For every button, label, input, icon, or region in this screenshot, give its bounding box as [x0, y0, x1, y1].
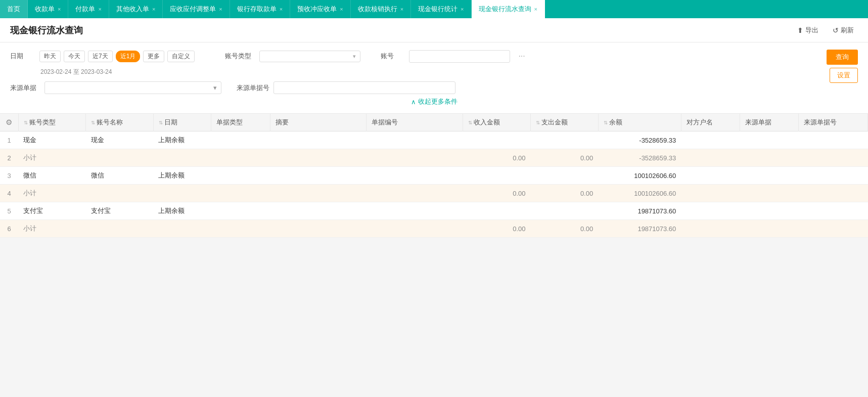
close-icon[interactable]: ×	[461, 6, 464, 12]
doc-number-cell	[367, 202, 463, 220]
account-name-cell	[86, 149, 154, 167]
source-doc-select[interactable]: ▾	[44, 81, 221, 94]
th-income[interactable]: ⇅收入金额	[463, 114, 531, 131]
source-num-cell	[799, 131, 868, 149]
th-date[interactable]: ⇅日期	[153, 114, 211, 131]
th-counterparty: 对方户名	[681, 114, 740, 131]
expense-cell	[531, 167, 599, 185]
income-cell	[463, 167, 531, 185]
account-type-cell: 现金	[18, 131, 86, 149]
expense-cell: 0.00	[531, 185, 599, 202]
close-icon[interactable]: ×	[152, 6, 155, 12]
counterparty-cell	[681, 202, 740, 220]
close-icon[interactable]: ×	[340, 6, 343, 12]
account-input[interactable]	[409, 50, 510, 63]
expense-cell: 0.00	[531, 149, 599, 167]
nav-shoukuan[interactable]: 收款单 ×	[28, 0, 68, 18]
balance-cell: 100102606.60	[598, 167, 681, 185]
th-settings[interactable]: ⚙	[0, 114, 18, 131]
source-num-cell	[799, 149, 868, 167]
chevron-down-icon: ▾	[353, 53, 356, 60]
source-num-cell	[799, 167, 868, 185]
source-doc-label: 来源单据	[10, 83, 40, 93]
expense-cell	[531, 131, 599, 149]
doc-number-cell	[367, 220, 463, 238]
source-doc-cell	[740, 167, 798, 185]
export-button[interactable]: ⬆ 导出	[793, 24, 823, 37]
source-num-cell	[799, 185, 868, 202]
source-num-input[interactable]	[273, 81, 455, 94]
date-cell: 上期余额	[153, 202, 211, 220]
account-name-cell: 微信	[86, 167, 154, 185]
collapse-bar[interactable]: ∧ 收起更多条件	[10, 94, 858, 108]
nav-bank-stats[interactable]: 现金银行统计 ×	[411, 0, 471, 18]
nav-prepay[interactable]: 预收冲应收单 ×	[290, 0, 350, 18]
balance-cell: 19871073.60	[598, 220, 681, 238]
account-type-cell: 小计	[18, 149, 86, 167]
counterparty-cell	[681, 185, 740, 202]
th-doc-number: 单据编号	[367, 114, 463, 131]
expense-cell	[531, 202, 599, 220]
collapse-icon: ∧	[411, 98, 416, 106]
balance-cell: -3528659.33	[598, 149, 681, 167]
table-row: 2小计0.000.00-3528659.33	[0, 149, 868, 167]
doc-type-cell	[211, 220, 270, 238]
right-buttons: 查询 设置	[821, 50, 858, 83]
account-dots-button[interactable]: ···	[514, 50, 529, 63]
date-cell	[153, 185, 211, 202]
summary-cell	[270, 202, 367, 220]
income-cell: 0.00	[463, 220, 531, 238]
th-account-name[interactable]: ⇅账号名称	[86, 114, 154, 131]
query-button[interactable]: 查询	[827, 50, 858, 65]
date-cell: 上期余额	[153, 167, 211, 185]
nav-fukuan[interactable]: 付款单 ×	[68, 0, 109, 18]
nav-home[interactable]: 首页	[0, 0, 28, 18]
filter-area: 日期 昨天 今天 近7天 近1月 更多 自定义 账号类型 ▾	[0, 42, 868, 114]
table-row: 4小计0.000.00100102606.60	[0, 185, 868, 202]
date-btn-custom[interactable]: 自定义	[167, 51, 195, 62]
income-cell: 0.00	[463, 149, 531, 167]
account-type-label: 账号类型	[225, 52, 251, 61]
th-source-num: 来源单据号	[799, 114, 868, 131]
gear-icon[interactable]: ⚙	[6, 118, 12, 126]
row-number: 3	[0, 167, 18, 185]
date-label: 日期	[10, 52, 35, 61]
doc-type-cell	[211, 202, 270, 220]
close-icon[interactable]: ×	[280, 6, 283, 12]
close-icon[interactable]: ×	[58, 6, 61, 12]
nav-verify[interactable]: 收款核销执行 ×	[351, 0, 411, 18]
nav-bank-flow[interactable]: 现金银行流水查询 ×	[472, 0, 545, 18]
date-btn-7days[interactable]: 近7天	[88, 51, 113, 62]
data-table: ⚙ ⇅账号类型 ⇅账号名称 ⇅日期 单据类型 摘要 单据编号 ⇅收入金额 ⇅支出…	[0, 114, 868, 238]
nav-bank-deposit[interactable]: 银行存取款单 ×	[230, 0, 290, 18]
account-type-cell: 小计	[18, 185, 86, 202]
close-icon[interactable]: ×	[534, 6, 537, 12]
close-icon[interactable]: ×	[400, 6, 403, 12]
date-btn-more[interactable]: 更多	[143, 51, 164, 62]
account-name-cell: 支付宝	[86, 202, 154, 220]
nav-adjustment[interactable]: 应收应付调整单 ×	[163, 0, 230, 18]
close-icon[interactable]: ×	[98, 6, 101, 12]
summary-cell	[270, 185, 367, 202]
settings-button[interactable]: 设置	[830, 68, 858, 83]
doc-number-cell	[367, 149, 463, 167]
close-icon[interactable]: ×	[219, 6, 222, 12]
nav-other-income[interactable]: 其他收入单 ×	[109, 0, 163, 18]
doc-type-cell	[211, 167, 270, 185]
th-account-type[interactable]: ⇅账号类型	[18, 114, 86, 131]
row-number: 5	[0, 202, 18, 220]
source-num-label: 来源单据号	[237, 83, 269, 93]
summary-cell	[270, 131, 367, 149]
date-btn-1month[interactable]: 近1月	[116, 51, 141, 62]
th-doc-type: 单据类型	[211, 114, 270, 131]
th-balance[interactable]: ⇅余额	[598, 114, 681, 131]
source-doc-cell	[740, 149, 798, 167]
account-type-select[interactable]: ▾	[259, 51, 360, 62]
refresh-button[interactable]: ↺ 刷新	[829, 24, 858, 37]
source-doc-cell	[740, 220, 798, 238]
date-btn-yesterday[interactable]: 昨天	[39, 51, 61, 62]
th-expense[interactable]: ⇅支出金额	[531, 114, 599, 131]
refresh-icon: ↺	[833, 26, 839, 34]
balance-cell: -3528659.33	[598, 131, 681, 149]
date-btn-today[interactable]: 今天	[64, 51, 85, 62]
